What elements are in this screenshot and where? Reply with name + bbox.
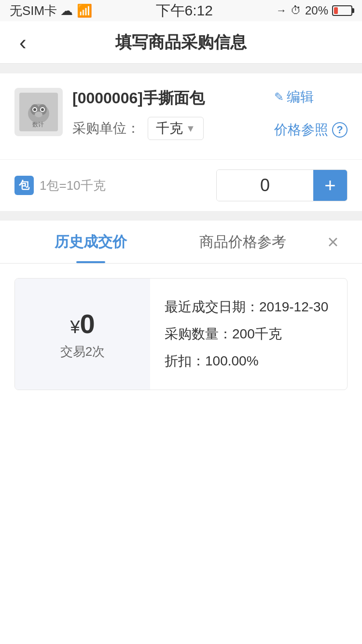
price-ref[interactable]: 价格参照 ? [274, 121, 348, 139]
latest-date-row: 最近成交日期：2019-12-30 [165, 298, 333, 316]
purchase-qty-row: 采购数量：200千克 [165, 325, 333, 343]
product-header: 数计 [0000006]手撕面包 采购单位： 千克 ▼ ✎ 编辑 [14, 88, 348, 140]
page-title: 填写商品采购信息 [115, 31, 247, 54]
tabs-header: 历史成交价 商品价格参考 × [0, 221, 362, 264]
tabs-section: 历史成交价 商品价格参考 × ¥0 交易2次 最近成交日期：2019-12-30 [0, 221, 362, 405]
price-card-left: ¥0 交易2次 [15, 279, 150, 390]
status-carrier: 无SIM卡 ☁ 📶 [10, 2, 92, 19]
chevron-down-icon: ▼ [186, 123, 195, 134]
purchase-qty-label: 采购数量： [165, 326, 232, 341]
discount-value: 100.00% [205, 353, 259, 368]
svg-point-6 [41, 108, 44, 111]
price-ref-label: 价格参照 [274, 121, 328, 139]
wifi-icon: 📶 [77, 3, 92, 18]
price-card: ¥0 交易2次 最近成交日期：2019-12-30 采购数量：200千克 折扣：… [14, 278, 348, 390]
price-amount: ¥0 [70, 308, 95, 339]
quantity-unit-info: 包 1包=10千克 [14, 176, 106, 195]
product-info: [0000006]手撕面包 采购单位： 千克 ▼ [72, 88, 205, 140]
unit-badge: 包 [14, 176, 34, 195]
back-button[interactable]: ‹ [14, 26, 31, 59]
tab-history-price[interactable]: 历史成交价 [14, 221, 167, 263]
edit-label: 编辑 [287, 88, 314, 106]
currency-symbol: ¥ [70, 317, 80, 337]
product-name: [0000006]手撕面包 [72, 88, 205, 109]
product-image: 数计 [14, 88, 63, 136]
quantity-input[interactable] [217, 170, 313, 201]
battery-icon [332, 5, 352, 16]
product-card: 数计 [0000006]手撕面包 采购单位： 千克 ▼ ✎ 编辑 [0, 73, 362, 159]
conversion-label: 1包=10千克 [40, 177, 106, 194]
battery-percent: 20% [305, 4, 328, 17]
unit-select[interactable]: 千克 ▼ [148, 117, 204, 140]
tab-price-reference[interactable]: 商品价格参考 [167, 221, 319, 263]
price-value: 0 [80, 308, 95, 339]
info-icon: ? [332, 122, 348, 138]
product-thumbnail: 数计 [19, 93, 58, 131]
battery-fill [334, 7, 338, 14]
svg-point-7 [35, 112, 42, 117]
alarm-icon: ⏱ [291, 4, 301, 17]
transaction-count: 交易2次 [60, 343, 105, 360]
unit-label: 采购单位： [72, 119, 140, 138]
nav-bar: ‹ 填写商品采购信息 [0, 21, 362, 64]
main-background [0, 405, 362, 644]
status-bar: 无SIM卡 ☁ 📶 下午6:12 → ⏱ 20% [0, 0, 362, 21]
tab-history-label: 历史成交价 [55, 232, 127, 252]
history-content: ¥0 交易2次 最近成交日期：2019-12-30 采购数量：200千克 折扣：… [0, 264, 362, 405]
purchase-qty-value: 200千克 [232, 326, 282, 341]
svg-text:数计: 数计 [32, 121, 44, 128]
edit-icon: ✎ [274, 90, 284, 104]
quantity-row: 包 1包=10千克 + [0, 159, 362, 211]
quantity-plus-button[interactable]: + [313, 170, 347, 201]
tab-reference-label: 商品价格参考 [199, 232, 286, 252]
discount-row: 折扣：100.00% [165, 352, 333, 370]
status-time: 下午6:12 [156, 1, 213, 21]
product-logo: 数计 [22, 95, 56, 129]
product-left: 数计 [0000006]手撕面包 采购单位： 千克 ▼ [14, 88, 205, 140]
unit-select-value: 千克 [156, 119, 183, 138]
unit-row: 采购单位： 千克 ▼ [72, 117, 205, 140]
divider [0, 211, 362, 221]
latest-date-value: 2019-12-30 [259, 299, 328, 314]
latest-date-label: 最近成交日期： [165, 299, 259, 314]
tab-active-indicator [76, 261, 105, 263]
location-icon: → [276, 4, 287, 17]
tab-close-button[interactable]: × [319, 221, 348, 263]
carrier-text: 无SIM卡 ☁ [10, 2, 73, 19]
edit-button[interactable]: ✎ 编辑 [274, 88, 348, 106]
status-indicators: → ⏱ 20% [276, 4, 352, 17]
svg-point-5 [33, 108, 36, 111]
price-card-right: 最近成交日期：2019-12-30 采购数量：200千克 折扣：100.00% [150, 279, 347, 390]
product-card-right: ✎ 编辑 价格参照 ? [274, 88, 348, 139]
quantity-input-group: + [216, 169, 348, 201]
discount-label: 折扣： [165, 353, 205, 368]
close-icon: × [327, 231, 338, 253]
